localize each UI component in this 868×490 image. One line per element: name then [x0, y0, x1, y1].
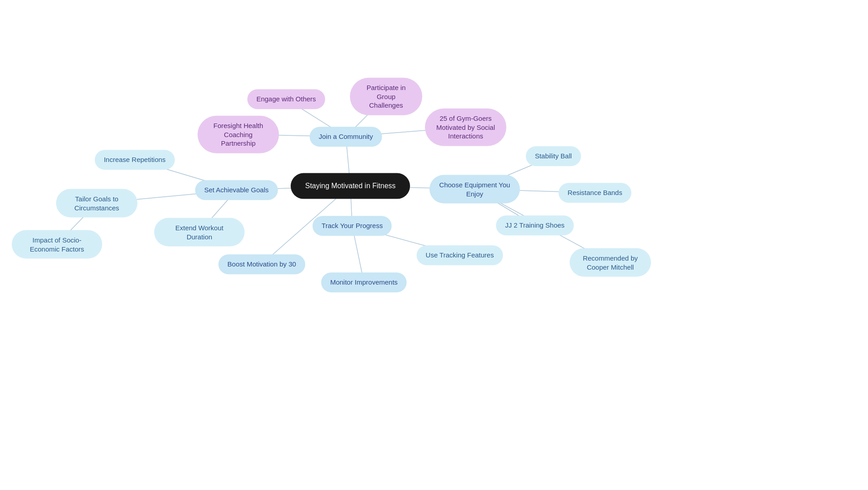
node-boost-motivation[interactable]: Boost Motivation by 30 [218, 254, 305, 274]
mindmap-container: Staying Motivated in Fitness Join a Comm… [0, 0, 868, 490]
node-recommended-cooper[interactable]: Recommended by Cooper Mitchell [570, 248, 651, 277]
node-extend-workout[interactable]: Extend Workout Duration [154, 218, 245, 247]
node-engage-others[interactable]: Engage with Others [247, 89, 325, 109]
node-resistance-bands[interactable]: Resistance Bands [559, 183, 632, 203]
node-foresight[interactable]: Foresight Health Coaching Partnership [198, 116, 279, 153]
node-impact-socio[interactable]: Impact of Socio-Economic Factors [12, 230, 102, 259]
node-tailor-goals[interactable]: Tailor Goals to Circumstances [56, 189, 137, 218]
node-join-community[interactable]: Join a Community [310, 127, 382, 147]
node-25-gym[interactable]: 25 of Gym-Goers Motivated by Social Inte… [425, 109, 506, 146]
node-center[interactable]: Staying Motivated in Fitness [291, 173, 410, 199]
node-choose-equipment[interactable]: Choose Equipment You Enjoy [429, 175, 520, 204]
node-participate-group[interactable]: Participate in Group Challenges [350, 78, 422, 115]
node-stability-ball[interactable]: Stability Ball [526, 146, 581, 166]
node-monitor-improvements[interactable]: Monitor Improvements [321, 272, 406, 292]
node-use-tracking[interactable]: Use Tracking Features [417, 245, 503, 265]
node-increase-reps[interactable]: Increase Repetitions [95, 150, 175, 170]
node-set-goals[interactable]: Set Achievable Goals [195, 180, 278, 200]
node-track-progress[interactable]: Track Your Progress [312, 216, 392, 236]
node-jj2-shoes[interactable]: JJ 2 Training Shoes [496, 215, 574, 235]
